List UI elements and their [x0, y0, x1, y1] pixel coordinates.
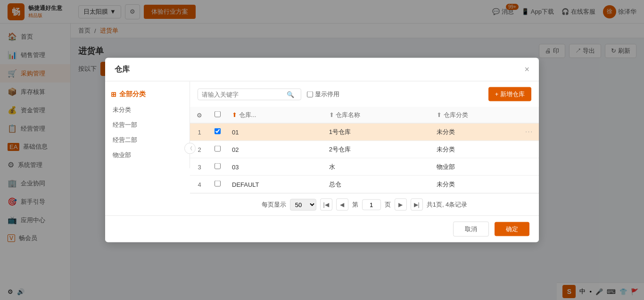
row-category: 未分类: [431, 141, 539, 158]
modal-close-button[interactable]: ×: [524, 65, 529, 75]
left-panel-wrapper: ⊞ 全部分类 未分类 经营一部 经营二部 物业部 《: [105, 82, 190, 216]
left-panel: ⊞ 全部分类 未分类 经营一部 经营二部 物业部: [105, 82, 190, 168]
sort-icon-cat: ⬆: [437, 111, 442, 118]
category-operations1[interactable]: 经营一部: [105, 117, 190, 133]
search-bar: 🔍 显示停用 + 新增仓库: [190, 82, 539, 107]
show-disabled-label[interactable]: 显示停用: [307, 90, 339, 99]
row-select-checkbox[interactable]: [215, 146, 221, 152]
row-checkbox[interactable]: [209, 123, 226, 141]
search-input[interactable]: [202, 91, 287, 98]
table-row[interactable]: 2 02 2号仓库 未分类: [190, 141, 539, 158]
row-num: 3: [190, 158, 209, 175]
first-page-button[interactable]: |◀: [320, 199, 332, 211]
show-disabled-checkbox[interactable]: [307, 91, 313, 97]
row-name: 总仓: [323, 175, 431, 193]
col-gear: ⚙: [190, 107, 209, 124]
col-name: ⬆ 仓库名称: [323, 107, 431, 124]
category-operations2[interactable]: 经营二部: [105, 133, 190, 148]
row-select-checkbox[interactable]: [215, 163, 221, 169]
row-num: 1: [190, 123, 209, 141]
modal-title: 仓库: [115, 65, 130, 75]
row-category: 未分类···: [431, 123, 539, 141]
row-select-checkbox[interactable]: [215, 128, 221, 134]
row-code: 02: [226, 141, 323, 158]
cancel-button[interactable]: 取消: [453, 222, 489, 237]
row-code: 03: [226, 158, 323, 175]
table-header-row: ⚙ ⬆ 仓库... ⬆ 仓库名称 ⬆ 仓库分类: [190, 107, 539, 124]
pagination: 每页显示 50 100 |◀ ◀ 第 页 ▶ ▶| 共1页, 4条记录: [190, 193, 539, 216]
warehouse-modal: 仓库 × ⊞ 全部分类 未分类 经营一部 经营二部 物业部 《 🔍: [105, 58, 539, 242]
col-code: ⬆ 仓库...: [226, 107, 323, 124]
search-input-wrap: 🔍: [198, 88, 301, 100]
search-icon[interactable]: 🔍: [287, 91, 294, 98]
row-name: 2号仓库: [323, 141, 431, 158]
add-warehouse-button[interactable]: + 新增仓库: [488, 87, 531, 101]
confirm-button[interactable]: 确定: [495, 222, 529, 236]
page-number-input[interactable]: [362, 199, 381, 210]
category-property[interactable]: 物业部: [105, 148, 190, 163]
row-num: 4: [190, 175, 209, 193]
all-categories-header[interactable]: ⊞ 全部分类: [105, 87, 190, 102]
category-unclassified[interactable]: 未分类: [105, 102, 190, 117]
row-checkbox[interactable]: [209, 141, 226, 158]
row-checkbox[interactable]: [209, 175, 226, 193]
table-row[interactable]: 4 DEFAULT 总仓 未分类: [190, 175, 539, 193]
row-category: 未分类: [431, 175, 539, 193]
row-select-checkbox[interactable]: [215, 181, 221, 187]
sort-icon-name: ⬆: [329, 111, 334, 118]
modal-footer: 取消 确定: [105, 216, 539, 242]
next-page-button[interactable]: ▶: [395, 199, 407, 211]
select-all-checkbox[interactable]: [215, 111, 221, 117]
row-category: 物业部: [431, 158, 539, 175]
sort-icon: ⬆: [232, 111, 237, 118]
grid-icon: ⊞: [111, 91, 116, 98]
modal-body: ⊞ 全部分类 未分类 经营一部 经营二部 物业部 《 🔍 显示停用: [105, 82, 539, 216]
prev-page-button[interactable]: ◀: [336, 199, 348, 211]
row-name: 水: [323, 158, 431, 175]
page-size-select[interactable]: 50 100: [290, 199, 316, 210]
row-code: DEFAULT: [226, 175, 323, 193]
table-row[interactable]: 3 03 水 物业部: [190, 158, 539, 175]
modal-header: 仓库 ×: [105, 58, 539, 82]
row-checkbox[interactable]: [209, 158, 226, 175]
row-actions-button[interactable]: ···: [525, 128, 533, 135]
col-category: ⬆ 仓库分类: [431, 107, 539, 124]
last-page-button[interactable]: ▶|: [411, 199, 423, 211]
row-code: 01: [226, 123, 323, 141]
right-panel: 🔍 显示停用 + 新增仓库 ⚙ ⬆ 仓库...: [190, 82, 539, 216]
collapse-left-panel-button[interactable]: 《: [184, 143, 196, 154]
table-row[interactable]: 1 01 1号仓库 未分类···: [190, 123, 539, 141]
warehouse-table: ⚙ ⬆ 仓库... ⬆ 仓库名称 ⬆ 仓库分类: [190, 107, 539, 193]
row-name: 1号仓库: [323, 123, 431, 141]
col-checkbox: [209, 107, 226, 124]
